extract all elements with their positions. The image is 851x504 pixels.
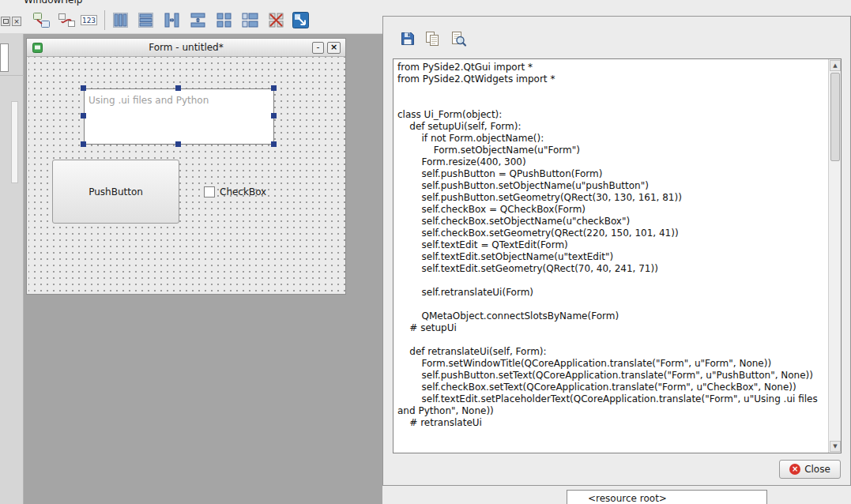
- screen: Window Help × 123: [0, 0, 851, 504]
- scrollbar-thumb[interactable]: [830, 73, 840, 161]
- code-scrollbar[interactable]: ▲ ▼: [828, 59, 841, 453]
- scroll-down-icon[interactable]: ▼: [830, 441, 841, 452]
- buddies-icon: [57, 10, 77, 30]
- pushbutton-widget[interactable]: PushButton: [52, 160, 179, 224]
- checkbox-widget[interactable]: CheckBox: [202, 175, 282, 208]
- form-window-titlebar[interactable]: Form - untitled* - ×: [27, 39, 345, 57]
- form-window-title: Form - untitled*: [27, 39, 345, 56]
- layout-form-icon: [240, 10, 260, 30]
- left-panel-scrollbar[interactable]: [11, 101, 18, 183]
- adjust-size-button[interactable]: [291, 10, 311, 30]
- resource-root-item[interactable]: <resource root>: [567, 490, 767, 504]
- find-button[interactable]: [450, 30, 469, 49]
- textedit-widget[interactable]: Using .ui files and Python: [84, 88, 274, 145]
- dock-float-button[interactable]: [1, 17, 10, 26]
- break-layout-icon: [266, 10, 286, 30]
- code-textarea[interactable]: from PySide2.QtGui import * from PySide2…: [393, 58, 842, 453]
- scroll-up-icon[interactable]: ▲: [830, 60, 841, 71]
- break-layout-button[interactable]: [266, 10, 286, 30]
- layout-vertical-button[interactable]: [136, 10, 156, 30]
- layout-vertical-icon: [136, 10, 156, 30]
- menu-window[interactable]: Window: [24, 0, 61, 6]
- dialog-close-button[interactable]: × Close: [779, 460, 841, 479]
- left-dock-panel: [0, 34, 24, 504]
- layout-form-button[interactable]: [240, 10, 260, 30]
- layout-vertical-splitter-icon: [188, 10, 208, 30]
- selection-handle-mid-right[interactable]: [271, 113, 277, 118]
- layout-horizontal-button[interactable]: [111, 10, 130, 30]
- form-canvas: Using .ui files and Python PushButton Ch…: [28, 57, 345, 294]
- textedit-placeholder: Using .ui files and Python: [88, 95, 209, 106]
- selection-handle-top-mid[interactable]: [175, 85, 181, 91]
- save-icon: [399, 30, 416, 47]
- minimize-button[interactable]: -: [312, 42, 324, 54]
- edit-buddies-button[interactable]: [57, 10, 77, 30]
- dock-close-button[interactable]: ×: [12, 17, 21, 26]
- layout-grid-button[interactable]: [214, 10, 234, 30]
- menu-help[interactable]: Help: [61, 0, 82, 6]
- menubar: Window Help: [0, 0, 851, 7]
- selection-handle-top-left[interactable]: [81, 85, 86, 91]
- layout-grid-icon: [214, 10, 234, 30]
- adjust-size-icon: [291, 10, 311, 30]
- toolbar-separator: [104, 10, 105, 30]
- copy-icon: [424, 30, 441, 47]
- checkbox-indicator[interactable]: [204, 186, 215, 197]
- checkbox-label: CheckBox: [220, 186, 266, 197]
- svg-text:123: 123: [82, 17, 96, 24]
- selection-handle-top-right[interactable]: [271, 85, 277, 91]
- python-code: from PySide2.QtGui import * from PySide2…: [393, 59, 828, 453]
- edit-signals-slots-button[interactable]: [32, 10, 51, 30]
- left-panel-divider: [0, 75, 24, 76]
- selection-handle-bottom-left[interactable]: [81, 141, 86, 147]
- designer-form-window: Form - untitled* - × Using .ui files and…: [26, 38, 346, 295]
- close-circle-icon: ×: [789, 464, 800, 475]
- tab-order-icon: 123: [79, 10, 99, 30]
- edit-tab-order-button[interactable]: 123: [79, 10, 99, 30]
- layout-horizontal-splitter-button[interactable]: [162, 10, 182, 30]
- selection-handle-bottom-mid[interactable]: [175, 141, 181, 147]
- code-preview-dialog: from PySide2.QtGui import * from PySide2…: [382, 16, 851, 486]
- left-panel-input[interactable]: [0, 43, 9, 72]
- signals-slots-icon: [32, 10, 51, 30]
- close-button[interactable]: ×: [327, 42, 341, 54]
- float-icon: [3, 19, 9, 24]
- selection-handle-bottom-right[interactable]: [271, 141, 277, 147]
- layout-horizontal-splitter-icon: [162, 10, 182, 30]
- layout-vertical-splitter-button[interactable]: [188, 10, 208, 30]
- layout-horizontal-icon: [111, 10, 130, 30]
- find-icon: [450, 30, 467, 47]
- selection-handle-mid-left[interactable]: [81, 113, 86, 118]
- save-button[interactable]: [399, 30, 418, 49]
- close-icon: ×: [13, 17, 20, 25]
- close-button-label: Close: [804, 464, 830, 475]
- copy-button[interactable]: [424, 30, 442, 49]
